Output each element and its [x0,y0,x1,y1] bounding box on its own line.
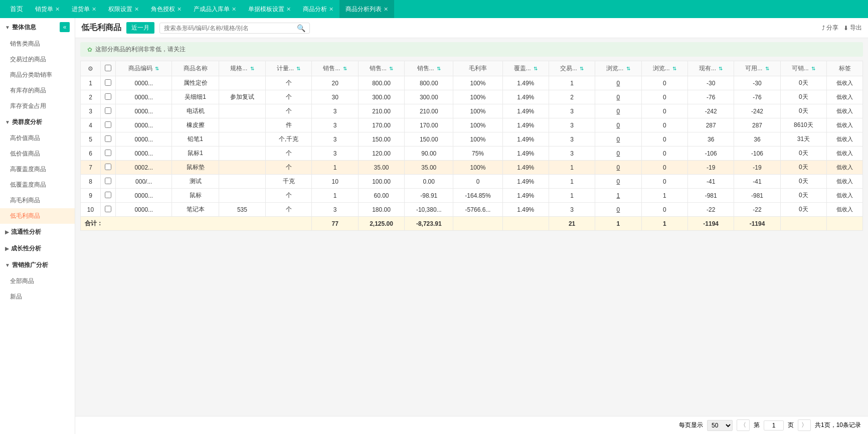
row-checkbox[interactable] [105,192,111,198]
col-header-stock2[interactable]: 可用... ⇅ [734,61,780,76]
nav-templates[interactable]: 单据模板设置 ✕ [242,0,297,18]
col-header-spec[interactable]: 规格... ⇅ [219,61,265,76]
row-check[interactable] [101,189,116,203]
nav-permissions-close[interactable]: ✕ [134,6,139,13]
col-header-setting[interactable]: ⚙ [81,61,101,76]
row-browse2: 0 [641,118,687,132]
row-check[interactable] [101,147,116,161]
row-browse1[interactable]: 0 [595,118,641,132]
share-button[interactable]: ⤴ 分享 [822,24,838,32]
col-header-browse2[interactable]: 浏览... ⇅ [641,61,687,76]
row-browse1[interactable]: 0 [595,132,641,147]
sidebar-group-growth[interactable]: ▶ 成长性分析 [0,240,75,257]
col-header-name[interactable]: 商品名称 [172,61,219,76]
col-header-s2[interactable]: 销售... ⇅ [358,61,404,76]
col-header-s3[interactable]: 销售... ⇅ [405,61,453,76]
nav-analysis-close[interactable]: ✕ [329,6,333,13]
row-browse1[interactable]: 0 [595,104,641,118]
sidebar-group-cluster[interactable]: ▼ 类群度分析 [0,114,75,130]
nav-products-close[interactable]: ✕ [232,6,236,13]
row-browse1[interactable]: 0 [595,76,641,90]
nav-home[interactable]: 首页 [4,0,29,18]
page-input[interactable] [764,420,784,430]
row-checkbox[interactable] [105,93,111,100]
nav-roles-close[interactable]: ✕ [177,6,182,13]
sidebar-item-in-stock[interactable]: 有库存的商品 [0,83,75,98]
row-browse1[interactable]: 0 [595,161,641,175]
row-checkbox[interactable] [105,79,111,86]
row-checkbox[interactable] [105,135,111,142]
sidebar-item-low-margin[interactable]: 低毛利商品 [0,208,75,224]
sidebar-item-new-goods[interactable]: 新品 [0,289,75,305]
export-button[interactable]: ⬇ 导出 [843,24,862,32]
col-header-s1[interactable]: 销售... ⇅ [312,61,358,76]
col-header-browse1[interactable]: 浏览... ⇅ [595,61,641,76]
period-button[interactable]: 近一月 [126,22,154,34]
sidebar-group-info[interactable]: ▼ 整体信息 « [0,18,75,36]
nav-permissions[interactable]: 权限设置 ✕ [102,0,145,18]
sidebar-group-marketing[interactable]: ▼ 营销推广分析 [0,257,75,273]
col-header-gross[interactable]: 毛利率 [453,61,502,76]
sidebar-item-traded-goods[interactable]: 交易过的商品 [0,52,75,67]
row-checkbox[interactable] [105,206,111,212]
col-header-trade[interactable]: 交易... ⇅ [549,61,595,76]
row-gross: -5766.6... [453,203,502,217]
row-check[interactable] [101,203,116,217]
row-check[interactable] [101,104,116,118]
nav-analysis-list[interactable]: 商品分析列表 ✕ [339,0,394,18]
row-checkbox[interactable] [105,121,111,128]
row-check[interactable] [101,76,116,90]
sidebar-item-high-value[interactable]: 高价值商品 [0,130,75,146]
sidebar-item-low-coverage[interactable]: 低覆盖度商品 [0,177,75,193]
nav-roles[interactable]: 角色授权 ✕ [145,0,188,18]
row-check[interactable] [101,132,116,147]
per-page-select[interactable]: 50 100 200 [707,420,733,431]
sidebar-item-stock-capital[interactable]: 库存资金占用 [0,98,75,114]
col-header-stock1[interactable]: 现有... ⇅ [687,61,734,76]
nav-templates-close[interactable]: ✕ [286,6,291,13]
search-icon[interactable]: 🔍 [297,24,305,32]
row-check[interactable] [101,175,116,189]
nav-products[interactable]: 产成品入库单 ✕ [188,0,242,18]
sidebar-item-sales-goods[interactable]: 销售类商品 [0,36,75,52]
row-name: 铅笔1 [172,132,219,147]
prev-page-btn[interactable]: 〈 [737,419,750,431]
nav-purchase-close[interactable]: ✕ [92,6,96,13]
row-name: 鼠标1 [172,147,219,161]
row-check[interactable] [101,161,116,175]
total-stock3 [780,217,826,231]
sidebar-item-category-rate[interactable]: 商品分类助销率 [0,67,75,83]
row-checkbox[interactable] [105,178,111,184]
col-header-stock3[interactable]: 可销... ⇅ [780,61,826,76]
sidebar-item-all-goods[interactable]: 全部商品 [0,273,75,289]
sidebar-item-low-value[interactable]: 低价值商品 [0,146,75,162]
nav-purchase[interactable]: 进货单 ✕ [66,0,102,18]
col-header-code[interactable]: 商品编码 ⇅ [116,61,172,76]
nav-analysis-list-close[interactable]: ✕ [384,6,388,13]
sidebar-collapse-btn[interactable]: « [60,22,70,32]
row-browse1[interactable]: 1 [595,189,641,203]
check-all[interactable] [105,65,111,71]
row-browse1[interactable]: 0 [595,203,641,217]
row-browse1[interactable]: 0 [595,147,641,161]
row-checkbox[interactable] [105,164,111,170]
row-browse1[interactable]: 0 [595,175,641,189]
row-check[interactable] [101,118,116,132]
nav-sales-close[interactable]: ✕ [55,6,60,13]
col-header-unit[interactable]: 计量... ⇅ [266,61,312,76]
nav-analysis[interactable]: 商品分析 ✕ [297,0,339,18]
col-header-cover[interactable]: 覆盖... ⇅ [502,61,549,76]
search-input[interactable] [164,25,297,32]
row-browse1[interactable]: 0 [595,90,641,104]
nav-sales[interactable]: 销货单 ✕ [29,0,66,18]
next-page-btn[interactable]: 〉 [798,419,811,431]
table-container[interactable]: ⚙ 商品编码 ⇅ 商品名称 规格... ⇅ 计量... ⇅ 销售... ⇅ 销售… [75,57,868,416]
col-header-check[interactable] [101,61,116,76]
sidebar-item-high-coverage[interactable]: 高覆盖度商品 [0,162,75,177]
sidebar-group-flow[interactable]: ▶ 流通性分析 [0,224,75,240]
row-checkbox[interactable] [105,150,111,156]
row-checkbox[interactable] [105,107,111,114]
col-header-tag[interactable]: 标签 [827,61,863,76]
sidebar-item-high-margin[interactable]: 高毛利商品 [0,193,75,208]
row-check[interactable] [101,90,116,104]
